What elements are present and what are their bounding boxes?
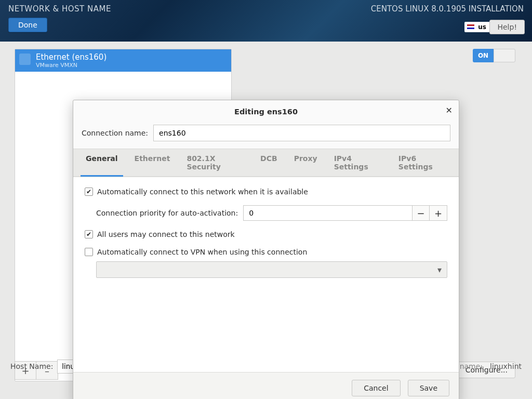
tab-general[interactable]: General xyxy=(77,149,126,176)
keyboard-layout-label: us xyxy=(478,23,486,31)
dialog-tabs: General Ethernet 802.1X Security DCB Pro… xyxy=(73,149,459,177)
flag-icon xyxy=(467,24,474,29)
tab-8021x-security[interactable]: 802.1X Security xyxy=(178,149,252,176)
installer-title: CENTOS LINUX 8.0.1905 INSTALLATION xyxy=(371,4,524,14)
tab-ipv6-settings[interactable]: IPv6 Settings xyxy=(390,149,455,176)
priority-increment-button[interactable]: + xyxy=(430,205,447,221)
priority-input[interactable] xyxy=(243,205,412,221)
priority-decrement-button[interactable]: − xyxy=(412,205,430,221)
nic-name: Ethernet (ens160) xyxy=(36,52,226,62)
help-button[interactable]: Help! xyxy=(489,20,525,34)
toggle-knob xyxy=(494,49,515,62)
toggle-on-label: ON xyxy=(473,49,494,62)
ethernet-icon xyxy=(19,54,31,65)
auto-vpn-label: Automatically connect to VPN when using … xyxy=(97,248,307,256)
close-icon[interactable]: ✕ xyxy=(446,105,453,115)
keyboard-layout-indicator[interactable]: us xyxy=(464,22,490,32)
nic-enable-toggle[interactable]: ON xyxy=(473,49,515,62)
priority-label: Connection priority for auto-activation: xyxy=(96,209,238,217)
edit-connection-dialog: Editing ens160 ✕ Connection name: Genera… xyxy=(73,100,459,399)
tab-general-panel: Automatically connect to this network wh… xyxy=(73,177,459,372)
auto-connect-checkbox[interactable] xyxy=(85,188,93,196)
all-users-label: All users may connect to this network xyxy=(97,230,235,238)
vpn-select[interactable] xyxy=(96,261,447,278)
tab-ipv4-settings[interactable]: IPv4 Settings xyxy=(326,149,390,176)
dialog-title: Editing ens160 xyxy=(234,108,298,116)
tab-dcb[interactable]: DCB xyxy=(252,149,286,176)
tab-proxy[interactable]: Proxy xyxy=(286,149,326,176)
auto-connect-label: Automatically connect to this network wh… xyxy=(97,188,308,196)
connection-name-label: Connection name: xyxy=(82,129,148,137)
connection-name-input[interactable] xyxy=(153,125,450,141)
hostname-label: Host Name: xyxy=(10,362,53,370)
done-button[interactable]: Done xyxy=(8,18,47,32)
auto-vpn-checkbox[interactable] xyxy=(85,248,93,256)
all-users-checkbox[interactable] xyxy=(85,230,93,238)
tab-ethernet[interactable]: Ethernet xyxy=(126,149,179,176)
save-button[interactable]: Save xyxy=(408,380,449,396)
cancel-button[interactable]: Cancel xyxy=(352,380,400,396)
nic-subtitle: VMware VMXN xyxy=(36,62,226,69)
nic-item-ens160[interactable]: Ethernet (ens160) VMware VMXN xyxy=(15,49,231,72)
current-hostname-value: linuxhint xyxy=(490,362,522,370)
